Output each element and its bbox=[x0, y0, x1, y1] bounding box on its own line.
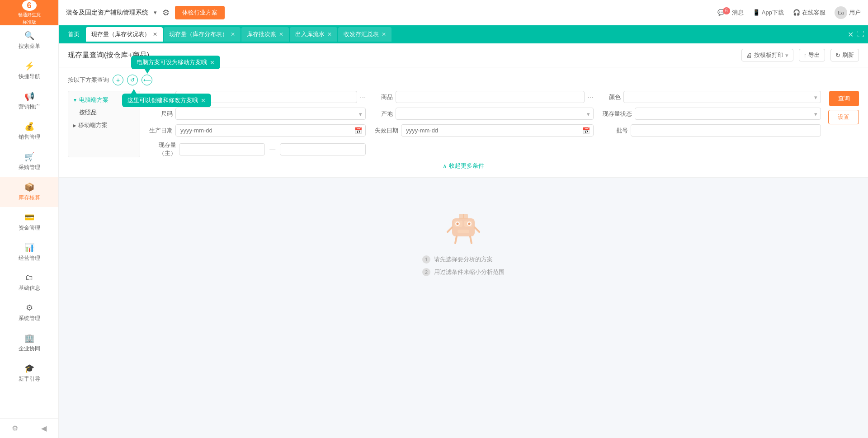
tab-batch-ledger-label: 库存批次账 bbox=[247, 30, 276, 38]
filter-size: 尺码 ▾ bbox=[147, 108, 366, 120]
add-scheme-btn[interactable]: + bbox=[113, 75, 123, 85]
tab-in-out-flow-label: 出入库流水 bbox=[295, 30, 325, 38]
user-avatar-text: Ea bbox=[838, 10, 844, 15]
tab-receive-summary-close[interactable]: ✕ bbox=[382, 31, 386, 38]
stock-main-label: 现存量（主） bbox=[147, 141, 176, 157]
sidebar-label-inventory: 库存核算 bbox=[19, 194, 40, 202]
sidebar-item-quicknav[interactable]: ⚡ 快捷导航 bbox=[0, 56, 58, 86]
filter-fields: 仓库 ··· 商品 ··· 颜色 bbox=[147, 91, 821, 157]
topbar-right: 💬 6 消息 📱 App下载 🎧 在线客服 Ea 用户 bbox=[717, 6, 861, 19]
stock-status-select[interactable] bbox=[635, 108, 821, 120]
empty-icon bbox=[441, 205, 486, 250]
refresh-scheme-btn[interactable]: ↺ bbox=[127, 75, 138, 85]
sidebar-item-marketing[interactable]: 📢 营销推广 bbox=[0, 86, 58, 116]
back-scheme-btn[interactable]: ⟵ bbox=[142, 75, 152, 85]
tab-inventory-status[interactable]: 现存量（库存状况表） ✕ bbox=[86, 27, 163, 42]
sidebar-label-guide: 新手引导 bbox=[19, 375, 40, 383]
tooltip-edit-close[interactable]: ✕ bbox=[201, 97, 206, 104]
product-input[interactable] bbox=[396, 91, 585, 103]
quicknav-icon: ⚡ bbox=[24, 61, 34, 71]
svg-point-13 bbox=[468, 223, 471, 225]
industry-btn[interactable]: 体验行业方案 bbox=[175, 6, 225, 19]
sidebar-item-purchase[interactable]: 🛒 采购管理 bbox=[0, 146, 58, 177]
tabbar-fullscreen-icon[interactable]: ⛶ bbox=[857, 30, 864, 38]
sidebar-item-guide[interactable]: 🎓 新手引导 bbox=[0, 358, 58, 388]
chevron-up-icon: ∧ bbox=[443, 163, 447, 170]
sidebar-item-enterprise[interactable]: 🏢 企业协同 bbox=[0, 328, 58, 358]
scheme-mobile[interactable]: ▶ 移动端方案 bbox=[68, 118, 140, 132]
filter-row-4: 现存量（主） — bbox=[147, 141, 821, 157]
sidebar-item-baseinfo[interactable]: 🗂 基础信息 bbox=[0, 268, 58, 297]
sidebar-item-search[interactable]: 🔍 搜索菜单 bbox=[0, 25, 58, 56]
bottom-settings-icon[interactable]: ⚙ bbox=[12, 424, 18, 433]
prod-date-wrap: 📅 bbox=[175, 124, 366, 137]
sidebar-item-operations[interactable]: 📊 经营管理 bbox=[0, 237, 58, 268]
origin-select[interactable] bbox=[396, 108, 593, 120]
template-print-btn[interactable]: 🖨 按模板打印 ▾ bbox=[741, 49, 793, 61]
tab-in-out-flow-close[interactable]: ✕ bbox=[327, 31, 332, 38]
tab-home[interactable]: 首页 bbox=[62, 27, 85, 42]
product-dots[interactable]: ··· bbox=[587, 93, 593, 101]
size-select[interactable] bbox=[175, 108, 366, 120]
tab-inventory-status-close[interactable]: ✕ bbox=[153, 31, 157, 38]
online-support-btn[interactable]: 🎧 在线客服 bbox=[793, 9, 826, 17]
reset-btn[interactable]: 设置 bbox=[828, 110, 859, 124]
message-btn[interactable]: 💬 6 消息 bbox=[717, 9, 744, 17]
tab-home-label: 首页 bbox=[68, 30, 80, 38]
online-support-icon: 🎧 bbox=[793, 9, 800, 16]
svg-line-6 bbox=[455, 236, 457, 243]
tooltip-mobile-close[interactable]: ✕ bbox=[210, 59, 215, 66]
sidebar-item-inventory[interactable]: 📦 库存核算 bbox=[0, 177, 58, 207]
color-select[interactable] bbox=[623, 91, 821, 103]
search-btn[interactable]: 查询 bbox=[829, 91, 859, 106]
filter-prod-date: 生产日期 📅 bbox=[147, 124, 366, 137]
exp-date-input[interactable] bbox=[401, 124, 593, 137]
sidebar-label-finance: 资金管理 bbox=[19, 224, 40, 232]
user-btn[interactable]: Ea 用户 bbox=[835, 6, 861, 19]
step-1-num: 1 bbox=[422, 255, 430, 264]
filter-stock-status: 现存量状态 ▾ bbox=[603, 108, 821, 120]
sidebar-item-system[interactable]: ⚙ 系统管理 bbox=[0, 297, 58, 328]
tab-batch-ledger-close[interactable]: ✕ bbox=[279, 31, 283, 38]
svg-line-5 bbox=[475, 227, 479, 232]
tabbar-close-icon[interactable]: ✕ bbox=[848, 30, 854, 39]
topbar-settings-icon[interactable]: ⚙ bbox=[162, 8, 170, 18]
tab-receive-summary-label: 收发存汇总表 bbox=[344, 30, 379, 38]
batch-input[interactable] bbox=[631, 124, 821, 137]
collapse-btn[interactable]: ∧ 收起更多条件 bbox=[68, 157, 859, 170]
purchase-icon: 🛒 bbox=[24, 152, 34, 162]
sidebar-item-finance[interactable]: 💳 资金管理 bbox=[0, 207, 58, 237]
system-icon: ⚙ bbox=[26, 303, 33, 313]
tab-batch-ledger[interactable]: 库存批次账 ✕ bbox=[241, 27, 289, 42]
sidebar-item-sales[interactable]: 💰 销售管理 bbox=[0, 116, 58, 146]
collapse-label: 收起更多条件 bbox=[449, 162, 484, 170]
stock-main-from-input[interactable] bbox=[179, 143, 265, 155]
app-download-label: App下载 bbox=[762, 9, 784, 17]
sidebar: 6 畅通好生意 标准版 🔍 搜索菜单 ⚡ 快捷导航 📢 营销推广 💰 销售管理 … bbox=[0, 0, 59, 438]
tab-inventory-dist[interactable]: 现存量（库存分布表） ✕ bbox=[164, 27, 241, 42]
search-btns: 查询 设置 bbox=[828, 91, 859, 157]
prod-date-input[interactable] bbox=[175, 124, 366, 137]
bottom-collapse-icon[interactable]: ◀ bbox=[41, 424, 47, 433]
baseinfo-icon: 🗂 bbox=[25, 273, 33, 283]
system-dropdown[interactable]: ▾ bbox=[154, 9, 157, 16]
tab-inventory-status-label: 现存量（库存状况表） bbox=[91, 30, 150, 38]
empty-step-1: 1 请先选择要分析的方案 bbox=[422, 255, 505, 264]
tab-receive-summary[interactable]: 收发存汇总表 ✕ bbox=[338, 27, 392, 42]
warehouse-dots[interactable]: ··· bbox=[360, 93, 366, 101]
tab-inventory-dist-close[interactable]: ✕ bbox=[231, 31, 235, 38]
export-btn[interactable]: ↑ 导出 bbox=[799, 49, 826, 61]
scheme-desktop-label: 电脑端方案 bbox=[79, 96, 108, 104]
filter-exp-date: 失效日期 📅 bbox=[375, 124, 593, 137]
finance-icon: 💳 bbox=[24, 212, 34, 222]
refresh-btn[interactable]: ↻ 刷新 bbox=[830, 49, 859, 61]
logo-icon: 6 bbox=[22, 0, 37, 11]
scheme-subitem-label: 按照品 bbox=[79, 109, 97, 116]
app-download-btn[interactable]: 📱 App下载 bbox=[753, 9, 784, 17]
filter-row-3: 生产日期 📅 失效日期 📅 bbox=[147, 124, 821, 137]
stock-main-to-input[interactable] bbox=[280, 143, 366, 155]
tab-in-out-flow[interactable]: 出入库流水 ✕ bbox=[290, 27, 337, 42]
scheme-subitem[interactable]: 按照品 bbox=[68, 107, 140, 118]
page-content: 现存量查询(按仓库+商品) 🖨 按模板打印 ▾ ↑ 导出 ↻ 刷新 bbox=[59, 43, 868, 438]
filter-stock-main: 现存量（主） — bbox=[147, 141, 366, 157]
